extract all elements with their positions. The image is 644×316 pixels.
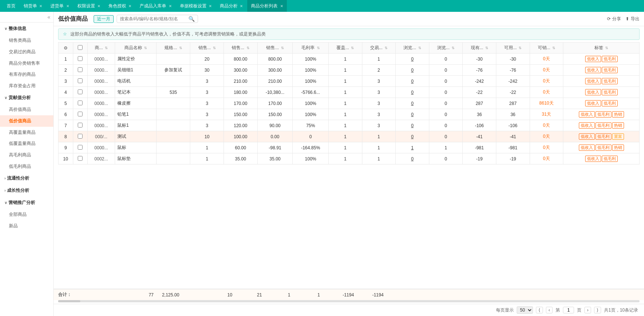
filter-period-btn[interactable]: 近一月 [94,15,114,23]
close-icon[interactable]: ✕ [280,4,283,8]
view1-link[interactable]: 0 [411,134,414,139]
view1-link[interactable]: 0 [411,79,414,84]
cell-checkbox [73,76,87,87]
col-settings[interactable]: ⚙ [58,43,73,54]
row-checkbox[interactable] [78,89,83,94]
tag-label: 置富 [612,133,624,140]
nav-item-product-analysis-list[interactable]: 商品分析列表 ✕ [247,0,286,12]
tag-label: 低毛利 [602,156,618,162]
col-checkbox[interactable] [73,43,87,54]
sidebar-item-category-sales-rate[interactable]: 商品分类销售率 [0,58,53,69]
nav-item-purchase[interactable]: 进货单 ✕ [47,0,73,12]
view1-link[interactable]: 0 [411,101,414,106]
search-icon[interactable]: 🔍 [188,16,195,22]
tag-label: 低收入 [585,89,601,95]
sidebar-item-high-value[interactable]: 高价值商品 [0,104,53,115]
sort-icon[interactable]: ⇅ [179,46,182,50]
sidebar-item-low-value[interactable]: 低价值商品 [0,115,53,127]
sort-icon[interactable]: ⇅ [105,46,108,50]
view1-link[interactable]: 0 [411,123,414,128]
row-checkbox[interactable] [78,112,83,116]
prev-page-btn[interactable]: ‹ [546,307,553,313]
sidebar-item-sales-products[interactable]: 销售类商品 [0,35,53,46]
share-btn[interactable]: ⟳ 分享 [607,16,621,22]
sidebar-item-low-profit[interactable]: 低毛利商品 [0,161,53,172]
close-icon[interactable]: ✕ [209,4,212,8]
row-checkbox[interactable] [78,56,83,61]
sort-icon[interactable]: ⇅ [519,46,521,50]
cell-code: 0000... [87,87,115,98]
col-coverage: 覆盖... ⇅ [328,43,362,54]
sort-icon[interactable]: ⇅ [385,46,388,50]
collapse-icon[interactable]: « [47,14,50,20]
sidebar-item-new-products[interactable]: 新品 [0,220,53,232]
tag-label: 低毛利 [596,122,611,129]
select-all-checkbox[interactable] [78,45,83,50]
sort-icon[interactable]: ⇅ [213,46,216,50]
cell-spec [156,98,190,109]
next-page-btn[interactable]: › [584,307,591,313]
close-icon[interactable]: ✕ [128,4,131,8]
view1-link[interactable]: 0 [411,156,414,162]
close-icon[interactable]: ✕ [240,4,243,8]
table-row: 8 000/... 测试 10 100.00 0.00 0 1 1 0 0 -4… [58,131,640,142]
sidebar-group-growth[interactable]: › 成长性分析 [0,184,53,197]
cell-current: -242 [463,76,496,87]
sidebar-item-low-coverage[interactable]: 低覆盖量商品 [0,138,53,149]
scrollbar-thumb[interactable] [58,300,80,302]
sidebar-item-all-products[interactable]: 全部商品 [0,209,53,220]
view1-link[interactable]: 1 [411,145,414,150]
row-checkbox[interactable] [78,123,83,128]
nav-item-sales[interactable]: 销货单 ✕ [20,0,46,12]
sort-icon[interactable]: ⇅ [452,46,455,50]
nav-item-product-storage[interactable]: 产成品入库单 ✕ [136,0,175,12]
cell-view1: 0 [396,76,429,87]
view1-link[interactable]: 0 [411,112,414,117]
sort-icon[interactable]: ⇅ [281,46,284,50]
cell-coverage: 1 [328,153,362,164]
view1-link[interactable]: 0 [411,57,414,62]
close-icon[interactable]: ✕ [169,4,172,8]
sort-icon[interactable]: ⇅ [144,46,147,50]
nav-item-home[interactable]: 首页 [3,0,19,12]
view1-link[interactable]: 0 [411,90,414,95]
first-page-btn[interactable]: ⟨ [536,307,543,313]
row-checkbox[interactable] [78,134,83,139]
per-page-select[interactable]: 50 [517,306,533,314]
sidebar-group-circulation[interactable]: › 流通性分析 [0,172,53,184]
nav-item-permissions[interactable]: 权限设置 ✕ [74,0,104,12]
row-checkbox[interactable] [78,156,83,161]
last-page-btn[interactable]: ⟩ [594,307,601,313]
scrollbar-track[interactable] [58,300,640,302]
row-checkbox[interactable] [78,67,83,72]
view1-link[interactable]: 0 [411,68,414,73]
close-icon[interactable]: ✕ [39,4,42,8]
sidebar-item-stock-capital[interactable]: 库存资金占用 [0,80,53,92]
export-btn[interactable]: ⬆ 导出 [625,16,640,22]
sort-icon[interactable]: ⇅ [317,46,320,50]
sort-icon[interactable]: ⇅ [351,46,354,50]
sidebar-group-overall[interactable]: ∨ 整体信息 [0,23,53,35]
row-checkbox[interactable] [78,101,83,105]
search-input[interactable] [120,16,188,21]
sort-icon[interactable]: ⇅ [605,46,608,50]
sort-icon[interactable]: ⇅ [552,46,555,50]
sidebar-item-in-stock[interactable]: 有库存的商品 [0,69,53,80]
close-icon[interactable]: ✕ [97,4,100,8]
page-number-input[interactable] [563,307,574,313]
sidebar-group-contribution[interactable]: ∨ 贡献值分析 [0,92,53,104]
row-checkbox[interactable] [78,78,83,83]
nav-item-product-analysis[interactable]: 商品分析 ✕ [216,0,246,12]
close-icon[interactable]: ✕ [66,4,69,8]
sort-icon[interactable]: ⇅ [246,46,249,50]
sidebar-item-traded-products[interactable]: 交易过的商品 [0,46,53,58]
sidebar-item-high-coverage[interactable]: 高覆盖量商品 [0,127,53,138]
sidebar-group-marketing[interactable]: ∨ 营销推广分析 [0,197,53,209]
nav-item-role-auth[interactable]: 角色授权 ✕ [105,0,135,12]
sidebar-item-high-profit[interactable]: 高毛利商品 [0,149,53,161]
nav-item-template[interactable]: 单据模板设置 ✕ [176,0,215,12]
sort-icon[interactable]: ⇅ [485,46,488,50]
row-checkbox[interactable] [78,145,83,150]
sort-icon[interactable]: ⇅ [418,46,421,50]
cell-sale-price: 800.00 [257,54,293,65]
